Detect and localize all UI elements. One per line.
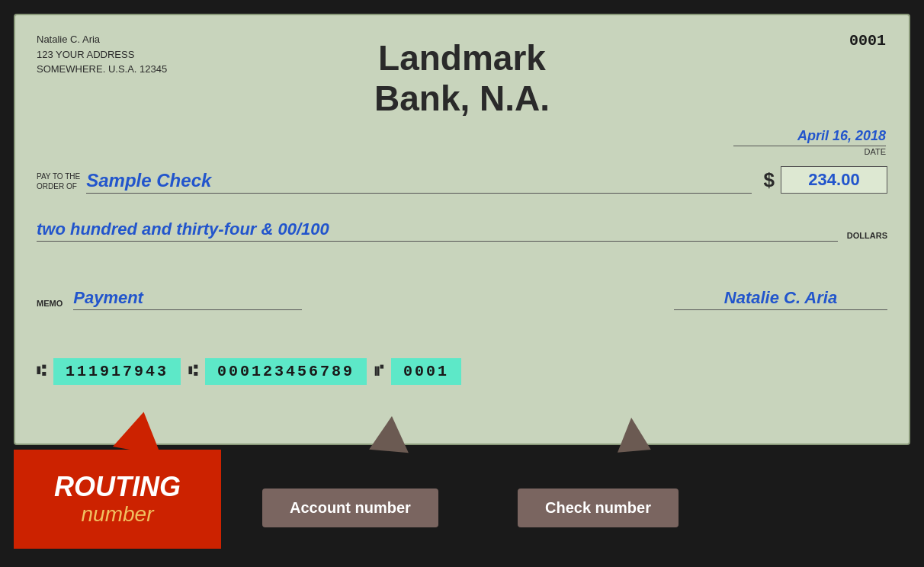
account-arrow — [369, 415, 412, 453]
bank-name: Landmark Bank, N.A. — [374, 38, 550, 119]
memo-value: Payment — [73, 288, 302, 310]
pay-section: PAY TO THEORDER OF Sample Check $ 234.00 — [37, 166, 887, 194]
pay-to-label: PAY TO THEORDER OF — [37, 171, 80, 194]
routing-label-bottom: number — [82, 502, 154, 527]
holder-name: Natalie C. Aria — [37, 32, 167, 47]
dollars-label: DOLLARS — [847, 231, 887, 242]
routing-label-box: ROUTING number — [14, 450, 221, 549]
written-amount: two hundred and thirty-four & 00/100 — [37, 219, 838, 242]
memo-section: MEMO Payment Natalie C. Aria — [37, 288, 887, 310]
holder-address1: 123 YOUR ADDRESS — [37, 47, 167, 62]
account-holder-info: Natalie C. Aria 123 YOUR ADDRESS SOMEWHE… — [37, 32, 167, 77]
account-label-box: Account number — [262, 489, 438, 527]
amount-box: 234.00 — [781, 166, 887, 194]
check-arrow — [614, 416, 651, 453]
payee-name: Sample Check — [86, 170, 751, 194]
micr-dash-sym: ⑈ — [374, 363, 383, 380]
routing-number-micr: 111917943 — [53, 358, 181, 385]
signature-value: Natalie C. Aria — [674, 288, 887, 310]
memo-label: MEMO — [37, 299, 63, 310]
written-amount-section: two hundred and thirty-four & 00/100 DOL… — [37, 219, 887, 242]
routing-label-top: ROUTING — [54, 472, 181, 502]
micr-open-sym: ⑆ — [37, 363, 46, 380]
date-value: April 16, 2018 — [733, 128, 886, 146]
micr-line: ⑆ 111917943 ⑆ 000123456789 ⑈ 0001 — [37, 358, 887, 385]
account-number-micr: 000123456789 — [205, 358, 367, 385]
holder-address2: SOMEWHERE. U.S.A. 12345 — [37, 62, 167, 77]
check-document: 0001 Natalie C. Aria 123 YOUR ADDRESS SO… — [14, 14, 910, 445]
date-section: April 16, 2018 DATE — [733, 128, 886, 156]
dollar-sign: $ — [764, 168, 775, 194]
date-label: DATE — [733, 147, 886, 156]
routing-arrow — [113, 408, 168, 455]
check-number-top: 0001 — [849, 32, 886, 50]
check-label-box: Check number — [518, 489, 679, 527]
check-number-micr: 0001 — [391, 358, 461, 385]
micr-close-sym: ⑆ — [188, 363, 197, 380]
